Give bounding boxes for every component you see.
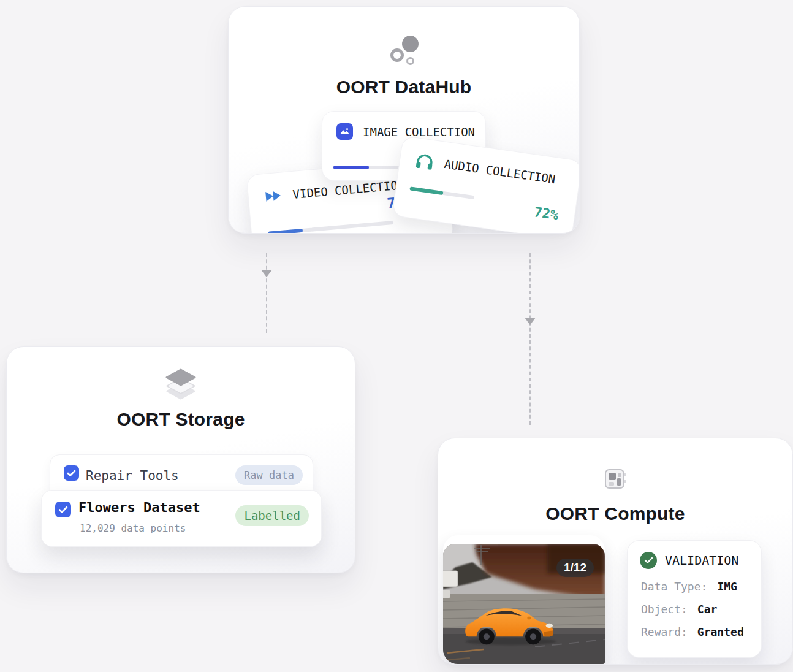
audio-progress-fill bbox=[409, 186, 443, 195]
connector-datahub-compute bbox=[529, 253, 531, 425]
connector-datahub-storage bbox=[266, 253, 267, 333]
audio-progress-track bbox=[409, 186, 474, 199]
check-circle-icon bbox=[640, 552, 657, 569]
datahub-title: OORT DataHub bbox=[229, 77, 579, 97]
storage-row-label: Repair Tools bbox=[86, 468, 179, 483]
chip-icon bbox=[604, 468, 627, 490]
fast-forward-icon bbox=[264, 189, 284, 203]
oort-flow-canvas: OORT DataHub VIDEO COLLECTION 7 bbox=[0, 0, 793, 672]
audio-collection-chip: AUDIO COLLECTION 72% bbox=[392, 136, 580, 234]
storage-card: OORT Storage Repair Tools Raw data Flowe… bbox=[6, 346, 355, 573]
storage-title: OORT Storage bbox=[7, 409, 355, 430]
labelled-badge: Labelled bbox=[235, 505, 309, 526]
datahub-card: OORT DataHub VIDEO COLLECTION 7 bbox=[228, 6, 580, 234]
photo-counter-badge: 1/12 bbox=[556, 559, 594, 577]
arrow-down-icon bbox=[261, 270, 272, 277]
layers-icon bbox=[164, 368, 197, 400]
image-progress-fill bbox=[333, 166, 369, 169]
validation-row-data-type: Data Type:IMG bbox=[641, 580, 744, 603]
flowers-dataset-checkbox[interactable] bbox=[55, 502, 71, 517]
arrow-down-icon bbox=[525, 318, 536, 325]
image-icon bbox=[336, 123, 353, 140]
video-progress-fill bbox=[268, 229, 303, 234]
repair-tools-checkbox[interactable] bbox=[64, 465, 79, 481]
audio-collection-label: AUDIO COLLECTION bbox=[443, 157, 556, 186]
validation-row-reward: Reward:Granted bbox=[641, 625, 744, 648]
storage-row-label: Flowers Dataset bbox=[78, 500, 200, 515]
audio-progress-percent: 72% bbox=[533, 204, 560, 223]
image-collection-label: IMAGE COLLECTION bbox=[363, 125, 475, 139]
storage-row-flowers-dataset: Flowers Dataset 12,029 data points Label… bbox=[41, 490, 322, 547]
raw-data-badge: Raw data bbox=[235, 465, 303, 485]
video-progress-track bbox=[268, 221, 393, 234]
compute-title: OORT Compute bbox=[438, 503, 792, 524]
compute-card: OORT Compute 1/12 bbox=[438, 438, 793, 665]
validation-title: VALIDATION bbox=[665, 553, 738, 568]
validation-panel: VALIDATION Data Type:IMG Object:Car Rewa… bbox=[627, 540, 762, 658]
validation-row-object: Object:Car bbox=[641, 603, 744, 625]
sample-photo-card: 1/12 bbox=[443, 535, 605, 664]
headphones-icon bbox=[414, 150, 436, 171]
data-points-count: 12,029 data points bbox=[80, 522, 186, 534]
